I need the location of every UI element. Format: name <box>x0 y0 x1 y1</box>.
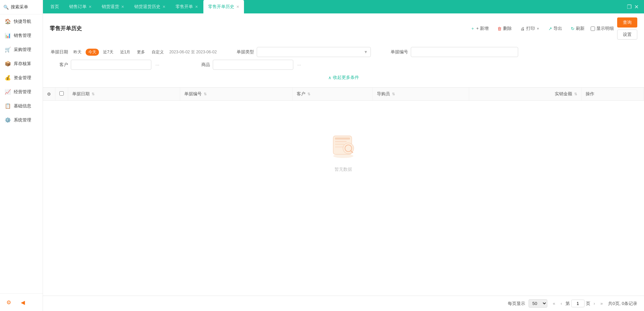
export-button[interactable]: ↗ 导出 <box>546 24 565 33</box>
tab-close-sales-return[interactable]: ✕ <box>121 5 124 9</box>
sidebar-collapse-button[interactable]: ◀ <box>17 297 28 308</box>
sidebar-icon-purchase-mgmt: 🛒 <box>5 47 11 53</box>
date-today[interactable]: 今天 <box>86 49 99 56</box>
tab-home[interactable]: 首页 <box>46 0 64 13</box>
sidebar-item-basic-info[interactable]: 📋基础信息 <box>0 99 43 113</box>
doctype-dropdown[interactable]: ▼ <box>257 47 371 57</box>
sort-amount-icon[interactable]: ⇅ <box>574 92 577 96</box>
th-customer: 客户 ⇅ <box>292 88 373 101</box>
page-text: 第 <box>565 301 570 307</box>
page-content: 零售开单历史 ＋ + 新增 🗑 删除 🖨 打印 ▼ <box>43 13 644 311</box>
collapse-more-button[interactable]: ∧ 收起更多条件 <box>50 72 637 84</box>
doctype-label: 单据类型 <box>236 49 254 55</box>
table-empty-row: 暂无数据 <box>43 101 644 200</box>
empty-text: 暂无数据 <box>335 166 352 172</box>
page-number-input[interactable] <box>571 300 585 307</box>
page-nav: « ‹ 第 页 › » <box>551 300 605 307</box>
date-more[interactable]: 更多 <box>134 49 148 56</box>
date-yesterday[interactable]: 昨天 <box>71 49 84 56</box>
tab-sales-return[interactable]: 销货退货✕ <box>97 0 129 13</box>
goods-input[interactable] <box>213 60 293 70</box>
toolbar: ＋ + 新增 🗑 删除 🖨 打印 ▼ ↗ 导出 <box>468 17 637 40</box>
sort-no-icon[interactable]: ⇅ <box>204 92 207 96</box>
th-settings[interactable]: ⚙ <box>43 88 55 101</box>
sidebar-label-quick-nav: 快捷导航 <box>14 18 31 24</box>
tab-retail-open-history[interactable]: 零售开单历史✕ <box>203 0 244 13</box>
display-detail-checkbox[interactable] <box>591 27 595 31</box>
date-last1month[interactable]: 近1月 <box>117 49 133 56</box>
sidebar-item-inventory[interactable]: 📦库存核算 <box>0 57 43 71</box>
th-date: 单据日期 ⇅ <box>68 88 180 101</box>
date-filter-label: 单据日期 <box>50 49 68 55</box>
date-last7days[interactable]: 近7天 <box>100 49 116 56</box>
setting-button[interactable]: 设置 <box>617 30 637 40</box>
th-checkbox[interactable] <box>55 88 68 101</box>
page-size-select[interactable]: 20 50 100 200 <box>529 299 547 308</box>
table-header-row: ⚙ 单据日期 ⇅ 单据编号 ⇅ <box>43 88 644 101</box>
tab-label-retail-open-history: 零售开单历史 <box>208 4 234 10</box>
tab-bar-right: ❐ ✕ <box>627 4 641 10</box>
collapse-icon: ∧ <box>328 75 332 80</box>
select-all-checkbox[interactable] <box>59 91 64 96</box>
tab-label-home: 首页 <box>50 4 59 10</box>
customer-dotdot[interactable]: ··· <box>155 62 159 67</box>
window-close-button[interactable]: ✕ <box>634 4 639 10</box>
tab-close-retail-open-history[interactable]: ✕ <box>236 5 239 9</box>
goods-dotdot[interactable]: ··· <box>297 62 301 67</box>
print-button[interactable]: 🖨 打印 ▼ <box>518 24 542 33</box>
display-detail-toggle[interactable]: 显示明细 <box>591 25 614 32</box>
sidebar-label-finance: 资金管理 <box>14 75 31 81</box>
prev-page-button[interactable]: ‹ <box>558 300 564 307</box>
refresh-button[interactable]: ↻ 刷新 <box>568 24 587 33</box>
sidebar-label-purchase-mgmt: 采购管理 <box>14 47 31 53</box>
date-range-display: 2023-06-02 至 2023-06-02 <box>169 49 216 55</box>
th-action: 操作 <box>581 88 644 101</box>
sort-customer-icon[interactable]: ⇅ <box>307 92 310 96</box>
date-custom[interactable]: 自定义 <box>149 49 166 56</box>
sort-date-icon[interactable]: ⇅ <box>92 92 95 96</box>
filter-area: 单据日期 昨天 今天 近7天 近1月 更多 自定义 2023-06-02 至 2… <box>50 44 637 87</box>
sidebar-label-basic-info: 基础信息 <box>14 103 31 109</box>
page-header: 零售开单历史 ＋ + 新增 🗑 删除 🖨 打印 ▼ <box>43 13 644 88</box>
filter-doctype: 单据类型 ▼ <box>236 47 371 57</box>
tab-sales-return-history[interactable]: 销货退货历史✕ <box>130 0 170 13</box>
sidebar-item-finance[interactable]: 💰资金管理 <box>0 71 43 85</box>
sidebar-item-purchase-mgmt[interactable]: 🛒采购管理 <box>0 43 43 57</box>
sidebar-search[interactable]: 🔍 搜索采单 <box>0 0 43 14</box>
tab-close-sales-return-history[interactable]: ✕ <box>162 5 165 9</box>
goods-label: 商品 <box>192 62 210 68</box>
sidebar-icon-operations: 📈 <box>5 89 11 95</box>
page-title-row: 零售开单历史 ＋ + 新增 🗑 删除 🖨 打印 ▼ <box>50 17 637 40</box>
docno-input[interactable] <box>411 47 518 57</box>
sidebar-label-operations: 经营管理 <box>14 89 31 95</box>
add-icon: ＋ <box>470 25 475 32</box>
tab-close-retail-open[interactable]: ✕ <box>195 5 198 9</box>
sidebar-item-quick-nav[interactable]: 🏠快捷导航 <box>0 14 43 29</box>
add-button[interactable]: ＋ + 新增 <box>468 24 491 33</box>
tab-retail-open[interactable]: 零售开单✕ <box>171 0 203 13</box>
sidebar-icon-inventory: 📦 <box>5 61 11 67</box>
table-settings-icon[interactable]: ⚙ <box>47 92 51 97</box>
filter-row-2: 客户 ··· 商品 ··· <box>50 60 637 70</box>
svg-rect-3 <box>335 141 347 142</box>
sidebar-icon-quick-nav: 🏠 <box>5 18 11 24</box>
sidebar-item-sys-mgmt[interactable]: ⚙️系统管理 <box>0 113 43 127</box>
query-button[interactable]: 查询 <box>617 17 637 28</box>
sidebar-item-operations[interactable]: 📈经营管理 <box>0 85 43 99</box>
window-restore-button[interactable]: ❐ <box>627 4 632 10</box>
svg-rect-4 <box>335 144 344 145</box>
next-page-button[interactable]: › <box>592 300 597 307</box>
delete-button[interactable]: 🗑 删除 <box>495 24 514 33</box>
sidebar-item-sales-mgmt[interactable]: 📊销售管理 <box>0 29 43 43</box>
data-table: ⚙ 单据日期 ⇅ 单据编号 ⇅ <box>43 88 644 199</box>
tab-sales-order[interactable]: 销售订单✕ <box>64 0 96 13</box>
tab-close-sales-order[interactable]: ✕ <box>89 5 92 9</box>
sidebar-search-label: 搜索采单 <box>11 4 28 10</box>
sidebar-label-sales-mgmt: 销售管理 <box>14 33 31 39</box>
sort-guide-icon[interactable]: ⇅ <box>392 92 395 96</box>
customer-input[interactable] <box>71 60 151 70</box>
page-size-label: 每页显示 <box>508 301 525 307</box>
sidebar-settings-button[interactable]: ⚙ <box>3 297 14 308</box>
first-page-button[interactable]: « <box>551 300 557 307</box>
last-page-button[interactable]: » <box>598 300 605 307</box>
